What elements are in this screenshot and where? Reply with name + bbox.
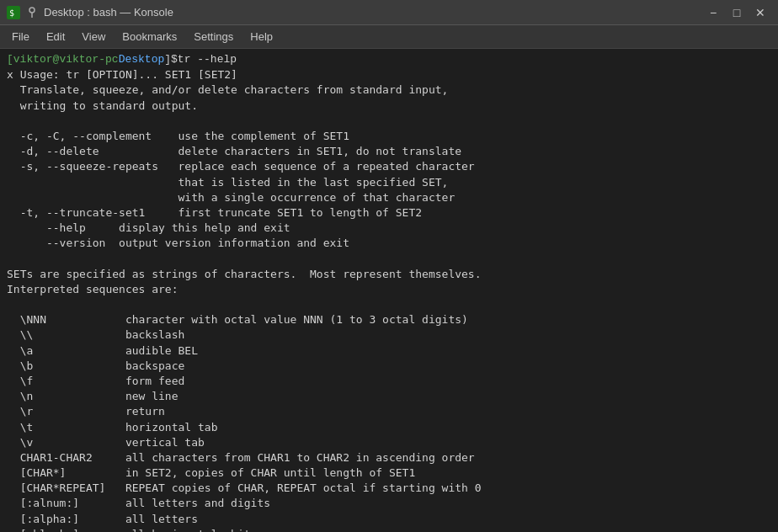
window-title: Desktop : bash — Konsole — [44, 6, 173, 19]
svg-point-2 — [29, 8, 35, 13]
svg-text:$: $ — [9, 8, 14, 18]
minimize-button[interactable]: − — [702, 3, 724, 22]
titlebar: $ Desktop : bash — Konsole − □ ✕ — [0, 0, 778, 25]
menubar: File Edit View Bookmarks Settings Help — [0, 25, 778, 49]
prompt-command: tr --help — [178, 52, 237, 67]
window-controls: − □ ✕ — [702, 3, 771, 22]
prompt-path: Desktop — [119, 52, 165, 67]
menu-help[interactable]: Help — [242, 27, 281, 46]
menu-view[interactable]: View — [73, 27, 114, 46]
menu-settings[interactable]: Settings — [185, 27, 242, 46]
menu-file[interactable]: File — [3, 27, 38, 46]
terminal-text: x Usage: tr [OPTION]... SET1 [SET2] Tran… — [7, 67, 771, 532]
close-button[interactable]: ✕ — [749, 3, 771, 22]
prompt-line: [viktor@viktor-pc Desktop]$ tr --help — [7, 52, 771, 67]
prompt-user: [viktor@viktor-pc — [7, 52, 119, 67]
menu-bookmarks[interactable]: Bookmarks — [114, 27, 185, 46]
titlebar-left: $ Desktop : bash — Konsole — [7, 6, 173, 19]
menu-edit[interactable]: Edit — [38, 27, 73, 46]
app-icon: $ — [7, 6, 20, 19]
pin-icon — [25, 6, 39, 19]
maximize-button[interactable]: □ — [726, 3, 748, 22]
terminal-output[interactable]: [viktor@viktor-pc Desktop]$ tr --help x … — [0, 49, 778, 532]
prompt-symbol: ]$ — [164, 52, 178, 67]
